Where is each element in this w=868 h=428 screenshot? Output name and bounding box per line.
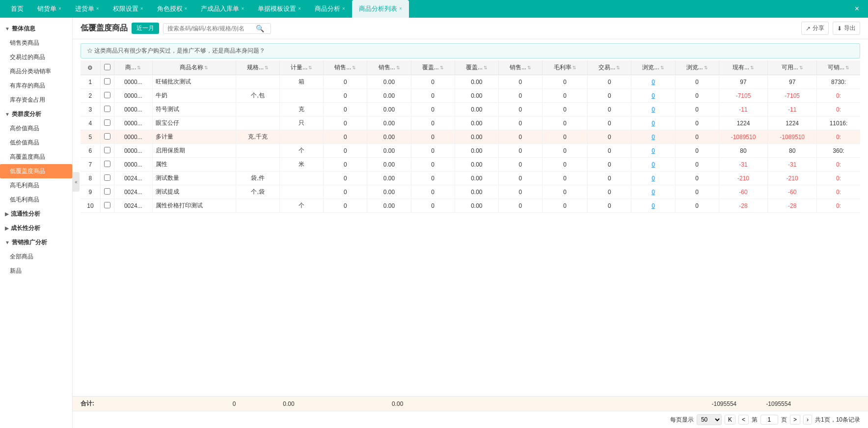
nav-production-close[interactable]: × bbox=[241, 0, 244, 18]
td-browse1[interactable]: 0 bbox=[631, 144, 675, 158]
nav-analysis-list-close[interactable]: × bbox=[399, 0, 402, 18]
sidebar-section-group[interactable]: ▼ 类群度分析 bbox=[0, 107, 72, 121]
nav-sales-close[interactable]: × bbox=[58, 0, 61, 18]
td-s1: 0 bbox=[324, 130, 367, 144]
nav-roles-close[interactable]: × bbox=[185, 0, 188, 18]
td-s3: 0 bbox=[498, 103, 542, 116]
nav-template[interactable]: 单据模板设置 × bbox=[251, 0, 308, 18]
search-input[interactable] bbox=[167, 25, 256, 32]
nav-permissions-close[interactable]: × bbox=[140, 0, 143, 18]
td-browse1[interactable]: 0 bbox=[631, 103, 675, 116]
th-unit[interactable]: 计量...⇅ bbox=[280, 60, 324, 75]
th-name[interactable]: 商品名称⇅ bbox=[152, 60, 236, 75]
sidebar-item-category-rate[interactable]: 商品分类动销率 bbox=[0, 64, 72, 79]
td-checkbox[interactable] bbox=[100, 130, 114, 144]
td-checkbox[interactable] bbox=[100, 103, 114, 116]
search-icon[interactable]: 🔍 bbox=[256, 25, 264, 32]
td-browse1[interactable]: 0 bbox=[631, 199, 675, 213]
td-checkbox[interactable] bbox=[100, 144, 114, 158]
td-checkbox[interactable] bbox=[100, 158, 114, 171]
sidebar-item-high-margin[interactable]: 高毛利商品 bbox=[0, 178, 72, 193]
td-browse1[interactable]: 0 bbox=[631, 89, 675, 103]
content-area: « 低覆盖度商品 近一月 🔍 ↗ 分享 ⬇ 导出 ☆ 这 bbox=[73, 18, 868, 428]
sidebar-item-high-value[interactable]: 高价值商品 bbox=[0, 121, 72, 136]
td-gross: 0 bbox=[542, 185, 588, 199]
sidebar-item-low-coverage[interactable]: 低覆盖度商品 bbox=[0, 164, 72, 178]
td-browse1[interactable]: 0 bbox=[631, 75, 675, 89]
export-button[interactable]: ⬇ 导出 bbox=[833, 22, 860, 35]
nav-analysis[interactable]: 商品分析 × bbox=[308, 0, 352, 18]
nav-analysis-list[interactable]: 商品分析列表 × bbox=[352, 0, 409, 18]
th-sales2[interactable]: 销售...⇅ bbox=[367, 60, 411, 75]
sidebar-section-growth[interactable]: ▶ 成长性分析 bbox=[0, 221, 72, 235]
td-checkbox[interactable] bbox=[100, 75, 114, 89]
th-checkbox[interactable] bbox=[100, 60, 114, 75]
sidebar-section-marketing[interactable]: ▼ 营销推广分析 bbox=[0, 235, 72, 250]
sidebar-item-sales-goods[interactable]: 销售类商品 bbox=[0, 36, 72, 50]
th-sales1[interactable]: 销售...⇅ bbox=[324, 60, 367, 75]
td-c1: 0 bbox=[411, 89, 455, 103]
th-browse2[interactable]: 浏览...⇅ bbox=[675, 60, 719, 75]
td-s2: 0.00 bbox=[367, 158, 411, 171]
td-tx: 0 bbox=[588, 171, 631, 185]
next-page-btn[interactable]: > bbox=[790, 415, 800, 425]
sidebar-item-low-value[interactable]: 低价值商品 bbox=[0, 136, 72, 150]
td-browse1[interactable]: 0 bbox=[631, 130, 675, 144]
th-cover1[interactable]: 覆盖...⇅ bbox=[411, 60, 455, 75]
table-row: 1 0000... 旺铺批次测试 箱 0 0.00 0 0.00 0 0 0 0… bbox=[81, 75, 860, 89]
nav-roles[interactable]: 角色授权 × bbox=[150, 0, 194, 18]
td-browse2: 0 bbox=[675, 158, 719, 171]
td-checkbox[interactable] bbox=[100, 171, 114, 185]
th-sales3[interactable]: 销售...⇅ bbox=[498, 60, 542, 75]
select-all-checkbox[interactable] bbox=[104, 64, 110, 70]
nav-purchase-close[interactable]: × bbox=[96, 0, 99, 18]
td-browse1[interactable]: 0 bbox=[631, 116, 675, 130]
per-page-select[interactable]: 50 100 200 bbox=[697, 414, 722, 425]
th-browse1[interactable]: 浏览...⇅ bbox=[631, 60, 675, 75]
window-close-btn[interactable]: × bbox=[850, 4, 864, 13]
nav-sales[interactable]: 销货单 × bbox=[30, 0, 68, 18]
nav-purchase[interactable]: 进货单 × bbox=[68, 0, 106, 18]
sidebar-item-new-goods[interactable]: 新品 bbox=[0, 264, 72, 278]
th-gross[interactable]: 毛利率⇅ bbox=[542, 60, 588, 75]
sidebar-item-stock-goods[interactable]: 有库存的商品 bbox=[0, 79, 72, 93]
nav-analysis-close[interactable]: × bbox=[342, 0, 345, 18]
th-code[interactable]: 商...⇅ bbox=[114, 60, 152, 75]
th-cover2[interactable]: 覆盖...⇅ bbox=[455, 60, 498, 75]
sidebar-section-flow[interactable]: ▶ 流通性分析 bbox=[0, 207, 72, 221]
td-checkbox[interactable] bbox=[100, 185, 114, 199]
nav-permissions[interactable]: 权限设置 × bbox=[106, 0, 150, 18]
sidebar-item-all-goods[interactable]: 全部商品 bbox=[0, 250, 72, 264]
td-s1: 0 bbox=[324, 75, 367, 89]
sidebar-section-overall[interactable]: ▼ 整体信息 bbox=[0, 22, 72, 36]
sidebar-item-traded-goods[interactable]: 交易过的商品 bbox=[0, 50, 72, 64]
period-button[interactable]: 近一月 bbox=[132, 23, 159, 34]
th-spec[interactable]: 规格...⇅ bbox=[236, 60, 280, 75]
last-page-btn[interactable]: › bbox=[803, 415, 812, 425]
footer-label: 合计: bbox=[81, 399, 94, 408]
td-browse1[interactable]: 0 bbox=[631, 171, 675, 185]
first-page-btn[interactable]: K bbox=[725, 415, 735, 425]
nav-template-close[interactable]: × bbox=[298, 0, 301, 18]
td-checkbox[interactable] bbox=[100, 199, 114, 213]
td-browse1[interactable]: 0 bbox=[631, 158, 675, 171]
prev-page-btn[interactable]: < bbox=[738, 415, 749, 425]
sidebar-item-high-coverage[interactable]: 高覆盖度商品 bbox=[0, 150, 72, 164]
page-input[interactable] bbox=[760, 415, 778, 425]
td-browse1[interactable]: 0 bbox=[631, 185, 675, 199]
td-checkbox[interactable] bbox=[100, 116, 114, 130]
th-settings[interactable]: ⚙ bbox=[81, 60, 100, 75]
th-stock1[interactable]: 现有...⇅ bbox=[719, 60, 768, 75]
td-c1: 0 bbox=[411, 103, 455, 116]
sidebar-collapse-btn[interactable]: « bbox=[73, 172, 80, 192]
td-no: 1 bbox=[81, 75, 100, 89]
sidebar-item-stock-capital[interactable]: 库存资金占用 bbox=[0, 93, 72, 107]
th-trade[interactable]: 交易...⇅ bbox=[588, 60, 631, 75]
td-checkbox[interactable] bbox=[100, 89, 114, 103]
nav-production[interactable]: 产成品入库单 × bbox=[194, 0, 251, 18]
th-stock2[interactable]: 可用...⇅ bbox=[768, 60, 817, 75]
share-button[interactable]: ↗ 分享 bbox=[801, 22, 829, 35]
sidebar-item-low-margin[interactable]: 低毛利商品 bbox=[0, 193, 72, 207]
th-stock3[interactable]: 可销...⇅ bbox=[816, 60, 860, 75]
nav-home[interactable]: 首页 bbox=[4, 0, 30, 18]
